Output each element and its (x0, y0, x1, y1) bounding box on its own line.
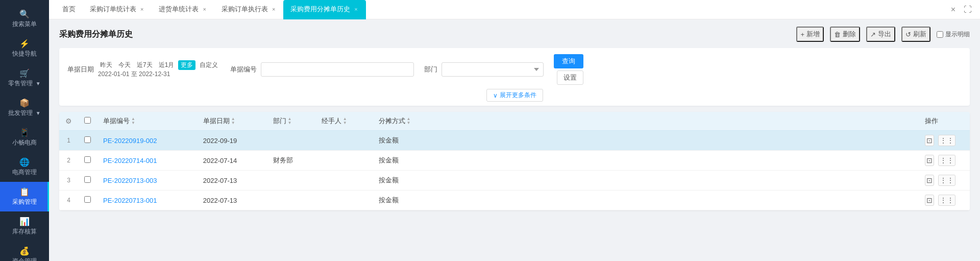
sidebar-item-quick-nav[interactable]: ⚡ 快捷导航 (0, 34, 49, 63)
action-icons: ⊡ ⋮⋮ (925, 135, 964, 146)
row-num: 1 (59, 131, 78, 151)
row-handler (315, 151, 373, 171)
tab-close-purchase-order-exec[interactable]: × (271, 6, 276, 12)
display-toggle[interactable]: 显示明细 (937, 30, 970, 39)
action-icons: ⊡ ⋮⋮ (925, 155, 964, 166)
view-icon[interactable]: ⊡ (925, 195, 934, 206)
tab-bar-expand-icon[interactable]: ⛶ (962, 3, 974, 16)
row-handler (315, 171, 373, 191)
search-settings-button[interactable]: 设置 (557, 70, 583, 85)
date-shortcuts-row: 昨天 今天 近7天 近1月 更多 自定义 (98, 60, 220, 70)
delete-icon: 🗑 (834, 31, 841, 38)
more-icon[interactable]: ⋮⋮ (938, 155, 955, 166)
wholesale-arrow: ▼ (36, 110, 41, 116)
tab-inbound-stats[interactable]: 进货单统计表 × (152, 0, 214, 19)
row-action: ⊡ ⋮⋮ (919, 191, 970, 210)
more-icon[interactable]: ⋮⋮ (938, 195, 955, 206)
display-toggle-checkbox[interactable] (937, 31, 943, 38)
tab-home[interactable]: 首页 (55, 0, 83, 19)
search-button[interactable]: 查询 (554, 54, 583, 68)
sidebar-item-label: 搜索菜单 (12, 20, 37, 28)
view-icon[interactable]: ⊡ (925, 155, 934, 166)
table-settings-icon[interactable]: ⚙ (65, 117, 72, 125)
sidebar-item-label: 零售管理 (8, 80, 33, 87)
row-split-method: 按金额 (373, 151, 919, 171)
ecommerce-icon: 🌐 (0, 157, 49, 167)
tab-close-purchase-order-stats[interactable]: × (139, 6, 144, 12)
page-content: 采购费用分摊单历史 + 新增 🗑 删除 ↗ 导出 ↺ 刷新 (49, 19, 980, 261)
sidebar-item-finance[interactable]: 💰 资金管理 (0, 241, 49, 261)
table-row: 2 PE-20220714-001 2022-07-14 财务部 按金额 (59, 151, 970, 171)
shortcut-today[interactable]: 今天 (116, 60, 133, 70)
row-select-checkbox[interactable] (84, 176, 91, 183)
refresh-icon: ↺ (905, 31, 911, 38)
row-doc-no: PE-20220919-002 (97, 131, 197, 151)
tab-label: 进货单统计表 (159, 5, 199, 14)
row-select-checkbox[interactable] (84, 196, 91, 203)
tab-purchase-order-exec[interactable]: 采购订单执行表 × (214, 0, 283, 19)
dept-select[interactable] (442, 62, 544, 77)
export-button[interactable]: ↗ 导出 (866, 27, 895, 42)
more-icon[interactable]: ⋮⋮ (938, 175, 955, 186)
sort-doc-date[interactable]: 单据日期 ▲▼ (203, 116, 235, 126)
sort-handler[interactable]: 经手人 ▲▼ (322, 116, 347, 126)
shortcut-1month[interactable]: 近1月 (157, 60, 177, 70)
search-row: 单据日期 昨天 今天 近7天 近1月 更多 自定义 2022-01-01 至 2… (67, 54, 962, 85)
row-doc-no: PE-20220713-001 (97, 191, 197, 210)
doc-link[interactable]: PE-20220919-002 (103, 137, 157, 145)
sidebar-item-ecommerce[interactable]: 🌐 电商管理 (0, 152, 49, 182)
main-content: 首页 采购订单统计表 × 进货单统计表 × 采购订单执行表 × 采购费用分摊单历… (49, 0, 980, 261)
row-select-checkbox[interactable] (84, 156, 91, 163)
page-title: 采购费用分摊单历史 (59, 29, 133, 40)
shortcut-7days[interactable]: 近7天 (135, 60, 155, 70)
shortcut-custom[interactable]: 自定义 (198, 60, 220, 70)
shortcut-more[interactable]: 更多 (178, 60, 195, 70)
retail-arrow: ▼ (36, 81, 41, 86)
add-button[interactable]: + 新增 (796, 27, 824, 42)
tab-bar-close-icon[interactable]: × (949, 3, 958, 16)
tab-home-label: 首页 (62, 5, 76, 14)
th-action: 操作 (919, 112, 970, 131)
sort-split-method[interactable]: 分摊方式 ▲▼ (379, 116, 411, 126)
quick-nav-icon: ⚡ (0, 39, 49, 49)
tab-close-purchase-fee-split[interactable]: × (353, 6, 358, 12)
sidebar-item-retail[interactable]: 🛒 零售管理 ▼ (0, 63, 49, 93)
sidebar-item-search-menu[interactable]: 🔍 搜索菜单 (0, 4, 49, 34)
doc-link[interactable]: PE-20220714-001 (103, 157, 157, 164)
expand-button[interactable]: ∨ 展开更多条件 (486, 89, 543, 102)
docno-input[interactable] (261, 62, 414, 77)
row-checkbox (78, 171, 97, 191)
tab-purchase-order-stats[interactable]: 采购订单统计表 × (83, 0, 152, 19)
tab-purchase-fee-split[interactable]: 采购费用分摊单历史 × (283, 0, 365, 19)
row-select-checkbox[interactable] (84, 136, 91, 143)
view-icon[interactable]: ⊡ (925, 175, 934, 186)
sort-doc-no[interactable]: 单据编号 ▲▼ (103, 116, 135, 126)
sidebar-item-label: 采购管理 (12, 198, 37, 205)
sidebar-item-inventory[interactable]: 📊 库存核算 (0, 211, 49, 241)
sidebar-item-wholesale[interactable]: 📦 批发管理 ▼ (0, 93, 49, 123)
row-handler (315, 191, 373, 210)
search-menu-icon: 🔍 (0, 9, 49, 19)
view-icon[interactable]: ⊡ (925, 135, 934, 146)
sidebar: 🔍 搜索菜单 ⚡ 快捷导航 🛒 零售管理 ▼ 📦 批发管理 ▼ 📱 小畅电商 🌐… (0, 0, 49, 261)
delete-button[interactable]: 🗑 删除 (830, 27, 860, 42)
doc-link[interactable]: PE-20220713-003 (103, 177, 157, 184)
row-checkbox (78, 191, 97, 210)
row-num: 4 (59, 191, 78, 210)
refresh-button[interactable]: ↺ 刷新 (901, 27, 930, 42)
select-all-checkbox[interactable] (84, 117, 91, 124)
doc-link[interactable]: PE-20220713-001 (103, 197, 157, 204)
row-dept (267, 131, 315, 151)
sidebar-item-purchase[interactable]: 📋 采购管理 (0, 182, 49, 211)
table-row: 3 PE-20220713-003 2022-07-13 按金额 (59, 171, 970, 191)
table-container: ⚙ 单据编号 ▲▼ 单据日期 (59, 112, 970, 210)
row-checkbox (78, 131, 97, 151)
more-icon[interactable]: ⋮⋮ (938, 135, 955, 146)
sidebar-item-ecommerce-small[interactable]: 📱 小畅电商 (0, 123, 49, 152)
table-row: 4 PE-20220713-001 2022-07-13 按金额 (59, 191, 970, 210)
row-action: ⊡ ⋮⋮ (919, 171, 970, 191)
sort-dept[interactable]: 部门 ▲▼ (273, 116, 292, 126)
tab-close-inbound-stats[interactable]: × (202, 6, 207, 12)
shortcut-yesterday[interactable]: 昨天 (98, 60, 114, 70)
expand-label: 展开更多条件 (500, 91, 536, 100)
